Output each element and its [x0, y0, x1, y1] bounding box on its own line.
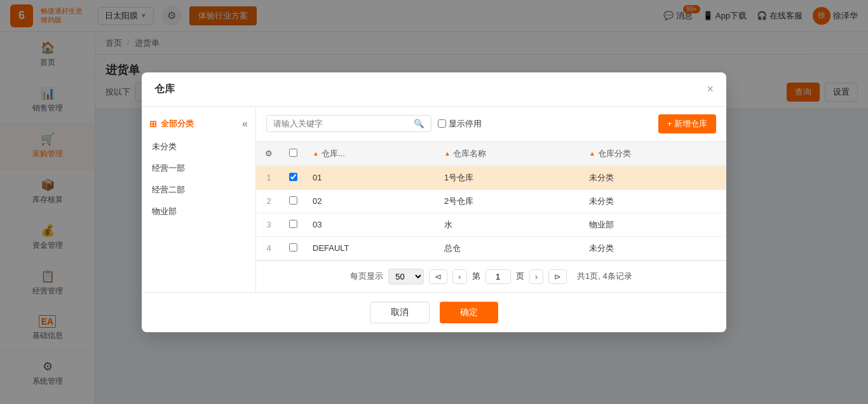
search-input[interactable]	[267, 116, 407, 131]
category-all-label[interactable]: 全部分类	[161, 118, 194, 130]
confirm-btn[interactable]: 确定	[440, 302, 498, 323]
row-code: 01	[305, 166, 437, 189]
category-item-unclassified[interactable]: 未分类	[142, 136, 255, 158]
col-checkbox	[281, 142, 305, 166]
row-name: 2号仓库	[437, 189, 581, 213]
row-name: 1号仓库	[437, 166, 581, 189]
modal-title: 仓库	[154, 83, 175, 96]
modal-header: 仓库 ×	[142, 72, 726, 107]
page-total-info: 共1页, 4条记录	[577, 271, 632, 282]
page-number-input[interactable]	[485, 269, 511, 284]
row-code: 03	[305, 213, 437, 236]
search-btn[interactable]: 🔍	[407, 116, 431, 131]
row-code: 02	[305, 189, 437, 213]
modal-close-btn[interactable]: ×	[707, 83, 714, 96]
row-index: 2	[256, 189, 281, 213]
col-name: ▲ 仓库名称	[437, 142, 581, 166]
category-header: ⊞ 全部分类 «	[142, 114, 255, 136]
page-next-btn[interactable]: ›	[529, 269, 543, 284]
row-index: 1	[256, 166, 281, 189]
row-code: DEFAULT	[305, 236, 437, 260]
grid-icon: ⊞	[149, 119, 157, 129]
modal-body: ⊞ 全部分类 « 未分类 经营一部 经营二部 物业部 🔍	[142, 107, 726, 292]
table-row[interactable]: 2 02 2号仓库 未分类	[256, 189, 726, 213]
row-name: 总仓	[437, 236, 581, 260]
row-category: 未分类	[581, 189, 726, 213]
row-index: 3	[256, 213, 281, 236]
new-warehouse-btn[interactable]: + 新增仓库	[658, 114, 716, 133]
page-first-btn[interactable]: ⊲	[429, 269, 447, 284]
table-row[interactable]: 4 DEFAULT 总仓 未分类	[256, 236, 726, 260]
col-settings: ⚙	[256, 142, 281, 166]
modal-toolbar: 🔍 显示停用 + 新增仓库	[256, 107, 726, 142]
row-category: 未分类	[581, 166, 726, 189]
row-category: 物业部	[581, 213, 726, 236]
warehouse-table: ⚙ ▲ 仓库... ▲	[256, 142, 726, 260]
page-prev-btn[interactable]: ‹	[452, 269, 466, 284]
warehouse-modal: 仓库 × ⊞ 全部分类 « 未分类 经营一部 经营二部 物业部	[142, 72, 726, 332]
col-category: ▲ 仓库分类	[581, 142, 726, 166]
cancel-btn[interactable]: 取消	[370, 302, 430, 323]
page-last-btn[interactable]: ⊳	[548, 269, 567, 284]
category-sidebar: ⊞ 全部分类 « 未分类 经营一部 经营二部 物业部	[142, 107, 256, 292]
collapse-btn[interactable]: «	[242, 118, 248, 130]
pagination: 每页显示 102050100 ⊲ ‹ 第 页 › ⊳ 共1页, 4条记录	[256, 260, 726, 292]
col-code: ▲ 仓库...	[305, 142, 437, 166]
table-row[interactable]: 3 03 水 物业部	[256, 213, 726, 236]
category-item-dept1[interactable]: 经营一部	[142, 158, 255, 179]
search-box: 🔍	[266, 115, 431, 132]
table-row[interactable]: 1 01 1号仓库 未分类	[256, 166, 726, 189]
row-category: 未分类	[581, 236, 726, 260]
category-item-dept2[interactable]: 经营二部	[142, 179, 255, 201]
category-item-property[interactable]: 物业部	[142, 201, 255, 222]
modal-overlay: 仓库 × ⊞ 全部分类 « 未分类 经营一部 经营二部 物业部	[0, 0, 868, 404]
row-index: 4	[256, 236, 281, 260]
modal-content-area: 🔍 显示停用 + 新增仓库 ⚙	[256, 107, 726, 292]
page-size-select[interactable]: 102050100	[388, 269, 424, 285]
show-disabled-checkbox[interactable]: 显示停用	[438, 118, 482, 130]
row-name: 水	[437, 213, 581, 236]
modal-footer: 取消 确定	[142, 292, 726, 332]
